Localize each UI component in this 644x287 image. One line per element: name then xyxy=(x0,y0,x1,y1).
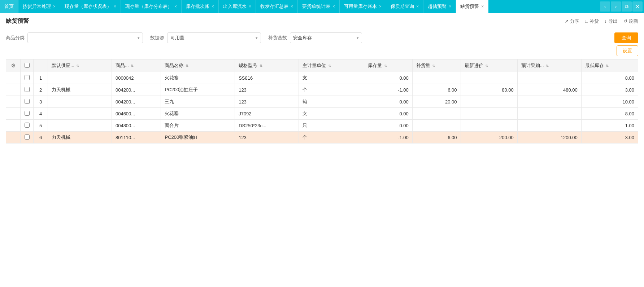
replenish-button[interactable]: □ 补货 xyxy=(585,18,599,25)
refresh-button[interactable]: ↺ 刷新 xyxy=(623,18,638,25)
row-settings-cell xyxy=(6,96,21,108)
close-icon[interactable]: × xyxy=(212,4,214,9)
row-checkbox[interactable] xyxy=(25,111,30,116)
col-unit-header[interactable]: 主计量单位 ⇅ xyxy=(299,59,364,72)
row-name-cell: PC200油缸庄子 xyxy=(161,84,235,96)
chevron-down-icon: ▾ xyxy=(256,36,258,40)
tab-stock1[interactable]: 现存量（库存状况表） × xyxy=(60,0,121,13)
sort-icon: ⇅ xyxy=(485,64,488,68)
row-checkbox[interactable] xyxy=(25,87,30,92)
row-est-purchase-cell: 1200.00 xyxy=(517,132,581,144)
close-icon[interactable]: × xyxy=(291,4,293,9)
col-checkbox-header[interactable] xyxy=(21,59,34,72)
nav-close-button[interactable]: ✕ xyxy=(632,1,643,12)
datasource-value: 可用量 xyxy=(170,35,184,41)
category-select[interactable]: ▾ xyxy=(27,32,143,43)
row-unit-cell: 支 xyxy=(299,72,364,84)
table-row: 6 力天机械 801110... PC200张紧油缸 123 个 -1.00 6… xyxy=(6,132,638,144)
col-unit-label: 主计量单位 xyxy=(303,63,326,68)
query-button[interactable]: 查询 xyxy=(614,32,638,43)
sort-icon: ⇅ xyxy=(260,64,262,68)
tab-available-label: 可用量库存账本 xyxy=(344,3,377,10)
col-name-header[interactable]: 商品名称 ⇅ xyxy=(161,59,235,72)
row-checkbox[interactable] xyxy=(25,75,30,80)
row-latest-price-cell xyxy=(461,108,517,120)
row-latest-price-cell xyxy=(461,120,517,132)
row-settings-cell xyxy=(6,120,21,132)
tab-picking[interactable]: 拣货异常处理 × xyxy=(18,0,60,13)
close-icon[interactable]: × xyxy=(53,4,56,9)
table-row: 5 004800... 离合片 DS250*23c... 只 0.00 1.00 xyxy=(6,120,638,132)
row-code-cell: 004800... xyxy=(112,120,161,132)
select-all-checkbox[interactable] xyxy=(25,63,30,68)
col-code-label: 商品... xyxy=(116,63,129,68)
nav-restore-button[interactable]: ⧉ xyxy=(622,1,632,12)
row-checkbox-cell[interactable] xyxy=(21,72,34,84)
table-container: ⚙ 默认供应... ⇅ 商品... ⇅ 商品名称 xyxy=(0,59,644,144)
tab-overstock[interactable]: 超储预警 × xyxy=(423,0,456,13)
col-stock-header[interactable]: 库存量 ⇅ xyxy=(364,59,413,72)
tab-stock2[interactable]: 现存量（库存分布表） × xyxy=(121,0,182,13)
row-unit-cell: 个 xyxy=(299,132,364,144)
tab-flow[interactable]: 出入库流水 × xyxy=(219,0,256,13)
category-label: 商品分类 xyxy=(6,35,25,41)
row-spec-cell: DS250*23c... xyxy=(235,120,299,132)
col-spec-header[interactable]: 规格型号 ⇅ xyxy=(235,59,299,72)
export-button[interactable]: ↓ 导出 xyxy=(605,18,618,25)
row-latest-price-cell xyxy=(461,72,517,84)
close-icon[interactable]: × xyxy=(416,4,419,9)
close-icon[interactable]: × xyxy=(114,4,116,9)
row-settings-cell xyxy=(6,84,21,96)
col-latest-price-label: 最新进价 xyxy=(465,63,483,68)
row-checkbox-cell[interactable] xyxy=(21,132,34,144)
setting-button[interactable]: 设置 xyxy=(617,45,638,56)
col-stock-label: 库存量 xyxy=(368,63,382,68)
col-settings-header[interactable]: ⚙ xyxy=(6,59,21,72)
row-code-cell: 801110... xyxy=(112,132,161,144)
row-checkbox-cell[interactable] xyxy=(21,96,34,108)
close-icon[interactable]: × xyxy=(449,4,451,9)
row-checkbox-cell[interactable] xyxy=(21,120,34,132)
tab-shortage[interactable]: 缺货预警 × xyxy=(456,0,488,13)
tab-summary[interactable]: 收发存汇总表 × xyxy=(256,0,298,13)
row-latest-price-cell: 80.00 xyxy=(461,84,517,96)
row-replenish-cell xyxy=(412,72,461,84)
row-replenish-cell xyxy=(412,108,461,120)
close-icon[interactable]: × xyxy=(249,4,251,9)
sort-icon: ⇅ xyxy=(76,64,79,68)
tab-expiry[interactable]: 保质期查询 × xyxy=(386,0,423,13)
row-checkbox[interactable] xyxy=(25,134,30,140)
tab-flow-label: 出入库流水 xyxy=(223,3,247,10)
tab-stock1-label: 现存量（库存状况表） xyxy=(65,3,112,10)
row-checkbox[interactable] xyxy=(25,123,30,128)
col-code-header[interactable]: 商品... ⇅ xyxy=(112,59,161,72)
row-index-cell: 2 xyxy=(34,84,48,96)
close-icon[interactable]: × xyxy=(332,4,335,9)
row-spec-cell: 123 xyxy=(235,132,299,144)
row-checkbox-cell[interactable] xyxy=(21,84,34,96)
row-checkbox[interactable] xyxy=(25,99,30,104)
col-supplier-header[interactable]: 默认供应... ⇅ xyxy=(48,59,112,72)
sort-icon: ⇅ xyxy=(131,64,134,68)
col-min-stock-header[interactable]: 最低库存 ⇅ xyxy=(581,59,638,72)
col-est-purchase-header[interactable]: 预计采购... ⇅ xyxy=(517,59,581,72)
tab-batch-label: 库存批次账 xyxy=(186,3,209,10)
close-icon[interactable]: × xyxy=(379,4,382,9)
chevron-down-icon: ▾ xyxy=(357,36,359,40)
close-icon[interactable]: × xyxy=(481,4,484,9)
datasource-select[interactable]: 可用量 ▾ xyxy=(167,32,261,43)
tab-requisition[interactable]: 要货单统计表 × xyxy=(298,0,340,13)
share-button[interactable]: ↗ 分享 xyxy=(565,18,579,25)
table-row: 1 0000042 火花塞 SS816 支 0.00 8.00 xyxy=(6,72,638,84)
close-icon[interactable]: × xyxy=(174,4,177,9)
replenish-base-select[interactable]: 安全库存 ▾ xyxy=(290,32,362,43)
gear-icon[interactable]: ⚙ xyxy=(11,62,16,69)
nav-prev-button[interactable]: ‹ xyxy=(600,1,610,12)
row-checkbox-cell[interactable] xyxy=(21,108,34,120)
nav-next-button[interactable]: › xyxy=(611,1,621,12)
tab-home[interactable]: 首页 xyxy=(0,0,18,13)
tab-available[interactable]: 可用量库存账本 × xyxy=(340,0,386,13)
col-replenish-header[interactable]: 补货量 ⇅ xyxy=(412,59,461,72)
tab-batch[interactable]: 库存批次账 × xyxy=(182,0,219,13)
col-latest-price-header[interactable]: 最新进价 ⇅ xyxy=(461,59,517,72)
